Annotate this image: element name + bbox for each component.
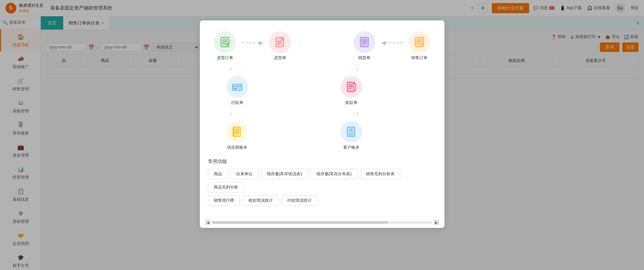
svg-rect-17 [232, 84, 242, 90]
func-btn-stock-dist[interactable]: 现存量(库存分布表) [311, 169, 358, 179]
flow-row-2: 付款单 [208, 73, 436, 108]
scroll-left-button[interactable]: ◀ [205, 220, 211, 225]
func-btn-product-profit[interactable]: 商品毛利分析 [208, 182, 244, 193]
flow-item-receipt[interactable]: 收款单 [334, 76, 368, 106]
svg-rect-25 [232, 127, 234, 137]
modal-overlay[interactable]: 进货订单 ▶ [0, 0, 644, 270]
purchase-order-circle [214, 31, 236, 53]
receipt-icon [345, 81, 358, 93]
func-btn-sales-profit[interactable]: 销售毛利分析表 [360, 169, 400, 179]
scroll-thumb [212, 221, 388, 224]
scroll-track[interactable] [212, 221, 432, 224]
sales-order-label: 销售订单 [411, 55, 428, 61]
svg-point-16 [420, 43, 423, 46]
payment-icon [231, 81, 243, 93]
sales-bill-circle [353, 31, 375, 53]
func-btn-receipt-stat[interactable]: 收款情况统计 [243, 195, 279, 206]
purchase-order-label: 进货订单 [217, 55, 233, 61]
flow-item-supplier-ledger[interactable]: 供应商账本 [220, 121, 254, 150]
customer-ledger-circle [341, 121, 362, 143]
svg-rect-19 [234, 88, 237, 89]
flow-row-1: 进货订单 ▶ [208, 29, 436, 64]
sales-bill-down-arrow: ↓ [347, 65, 368, 72]
svg-point-30 [350, 129, 352, 131]
common-functions-section: 常用功能 商品 往来单位 现存量(库存状况表) 现存量(库存分布表) 销售毛利分… [208, 159, 436, 206]
func-btn-product[interactable]: 商品 [208, 169, 228, 179]
scroll-right-button[interactable]: ▶ [434, 220, 439, 225]
modal-content: 进货订单 ▶ [200, 20, 445, 217]
flow-item-sales-bill[interactable]: 销货单 [347, 31, 381, 61]
common-functions-title: 常用功能 [208, 159, 436, 165]
func-grid-1: 商品 往来单位 现存量(库存状况表) 现存量(库存分布表) 销售毛利分析表 商品… [208, 169, 436, 193]
customer-ledger-label: 客户账本 [343, 145, 360, 150]
supplier-ledger-label: 供应商账本 [227, 145, 247, 150]
down-arrows-row-2: ↓ ↓ [208, 108, 436, 118]
purchase-order-icon [219, 36, 231, 48]
supplier-ledger-icon [231, 126, 243, 138]
purchase-bill-icon [274, 36, 286, 48]
func-grid-2: 销售排行榜 收款情况统计 付款情况统计 [208, 195, 436, 206]
sales-bill-label: 销货单 [358, 55, 370, 61]
svg-rect-10 [362, 41, 367, 42]
down-arrows-row-1: ↓ ↓ [208, 64, 436, 73]
payment-circle [226, 76, 248, 98]
flow-section: 进货订单 ▶ [208, 29, 436, 153]
purchase-bill-circle [269, 31, 291, 53]
flow-item-payment[interactable]: 付款单 [220, 76, 254, 106]
svg-rect-0 [221, 37, 229, 47]
flow-item-customer-ledger[interactable]: 客户账本 [334, 121, 368, 150]
receipt-down-arrow: ↓ [347, 110, 368, 117]
flow-item-purchase-bill[interactable]: 进货单 [263, 31, 297, 61]
func-btn-sales-rank[interactable]: 销售排行榜 [208, 195, 240, 206]
svg-rect-20 [347, 82, 354, 92]
modal-box: 进货订单 ▶ [200, 20, 445, 228]
svg-rect-18 [232, 86, 242, 87]
svg-rect-11 [362, 43, 365, 44]
flow-item-sales-order[interactable]: 销售订单 [402, 31, 436, 61]
payment-down-arrow: ↓ [220, 110, 242, 117]
flow-row-3: 供应商账本 客户账本 [208, 118, 436, 153]
purchase-bill-label: 进货单 [274, 55, 286, 61]
func-btn-payment-stat[interactable]: 付款情况统计 [281, 195, 317, 206]
sales-bill-icon [358, 36, 370, 48]
customer-ledger-icon [345, 126, 358, 138]
supplier-ledger-circle [226, 121, 248, 143]
sales-order-icon [413, 36, 425, 48]
purchase-bill-down-arrow: ↓ [220, 65, 242, 72]
payment-label: 付款单 [231, 100, 243, 106]
sales-order-circle [408, 31, 430, 53]
receipt-label: 收款单 [345, 100, 358, 106]
flow-item-purchase-order[interactable]: 进货订单 [208, 31, 242, 61]
receipt-circle [341, 76, 362, 98]
func-btn-stock-status[interactable]: 现存量(库存状况表) [261, 169, 308, 179]
modal-scroll-bar: ◀ ▶ [200, 217, 445, 228]
func-btn-contact[interactable]: 往来单位 [230, 169, 258, 179]
